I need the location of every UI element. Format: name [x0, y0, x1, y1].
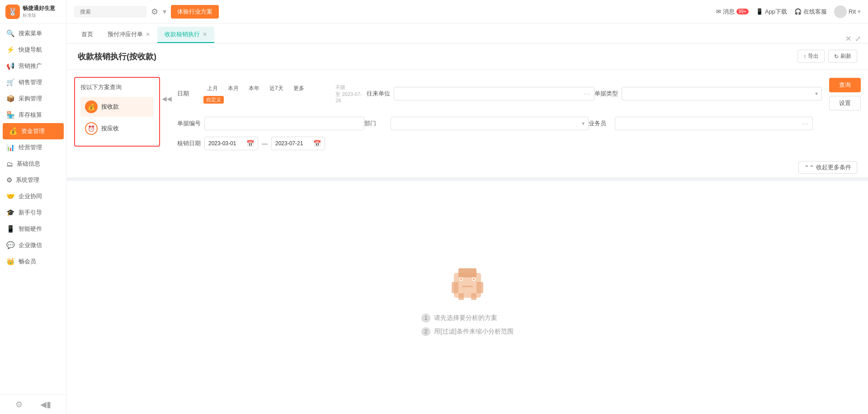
- filter-row-3: 核销日期 📅 — 📅: [177, 137, 861, 150]
- date-last-month[interactable]: 上月: [203, 84, 222, 93]
- query-button[interactable]: 查询: [829, 78, 861, 92]
- query-panel: 按以下方案查询 💰 按收款 ⏰ 按应收: [74, 77, 160, 147]
- sidebar-bottom: ⚙ ◀▮: [0, 395, 66, 414]
- gear-icon[interactable]: ⚙: [151, 7, 158, 17]
- counterpart-filter: 往来单位 ···: [367, 87, 594, 100]
- date-shortcuts: 上月 本月 本年 近7天 更多 自定义: [203, 84, 328, 104]
- query-panel-title: 按以下方案查询: [80, 83, 154, 91]
- date-this-year[interactable]: 本年: [245, 84, 263, 93]
- message-icon: ✉: [716, 8, 721, 15]
- sidebar-item-资金管理[interactable]: 💰资金管理: [3, 123, 64, 139]
- settings-icon[interactable]: ⚙: [15, 400, 23, 409]
- close-tab-receipt-icon[interactable]: ✕: [203, 31, 207, 38]
- start-date-wrapper[interactable]: 📅: [204, 137, 258, 150]
- svg-rect-9: [473, 278, 475, 280]
- docno-input[interactable]: [204, 117, 364, 130]
- close-tab-prepay-icon[interactable]: ✕: [146, 31, 150, 38]
- app-download-item[interactable]: 📱 App下载: [756, 8, 787, 16]
- tab-receipt[interactable]: 收款核销执行 ✕: [157, 27, 214, 43]
- date-range-row: 📅 — 📅: [204, 137, 325, 150]
- topbar: ⚙ ▾ 体验行业方案 ✉ 消息 99+ 📱 App下载 🎧 在线客服 Rit ▾: [67, 0, 868, 24]
- logo-icon: 🐰: [5, 5, 20, 19]
- tab-prepay[interactable]: 预付冲应付单 ✕: [100, 27, 157, 43]
- svg-rect-2: [452, 282, 458, 293]
- refresh-icon: ↻: [834, 53, 839, 60]
- svg-rect-3: [476, 282, 483, 293]
- message-item[interactable]: ✉ 消息 99+: [716, 8, 749, 16]
- sidebar-item-库存核算[interactable]: 🏪库存核算: [0, 107, 66, 123]
- export-button[interactable]: ↑ 导出: [797, 50, 825, 63]
- page-actions: ↑ 导出 ↻ 刷新: [797, 50, 857, 63]
- tabbar-actions: ✕ ⤢: [845, 34, 861, 43]
- date-more[interactable]: 更多: [290, 84, 308, 93]
- svg-rect-1: [458, 268, 476, 277]
- sidebar-item-企业微信[interactable]: 💬企业微信: [0, 237, 66, 253]
- start-calendar-icon[interactable]: 📅: [246, 140, 254, 147]
- empty-hint-2: 2 用[过滤]条件来缩小分析范围: [421, 327, 514, 336]
- close-window-icon[interactable]: ✕: [845, 34, 851, 43]
- collapse-more-area: ⌃⌃ 收起更多条件: [67, 157, 868, 177]
- salesperson-dots-icon[interactable]: ···: [802, 119, 809, 128]
- doctype-select[interactable]: ▾: [622, 87, 822, 100]
- sidebar-menu: 🔍搜索菜单⚡快捷导航📢营销推广🛒销售管理📦采购管理🏪库存核算💰资金管理📊经营管理…: [0, 24, 66, 395]
- dept-select[interactable]: ▾: [391, 117, 589, 130]
- sidebar-item-搜索菜单[interactable]: 🔍搜索菜单: [0, 25, 66, 42]
- collapse-panel-icon[interactable]: ◀◀: [162, 95, 172, 102]
- maximize-icon[interactable]: ⤢: [855, 34, 861, 43]
- sidebar-item-企业协同[interactable]: 🤝企业协同: [0, 188, 66, 205]
- doctype-filter: 单据类型 ▾: [594, 87, 822, 100]
- sidebar-item-快捷导航[interactable]: ⚡快捷导航: [0, 42, 66, 58]
- chevron-down-icon[interactable]: ▾: [163, 7, 166, 16]
- avatar: [834, 5, 847, 18]
- app-logo: 🐰 畅捷通好生意 标准版: [0, 0, 66, 24]
- svg-rect-4: [458, 293, 464, 300]
- sidebar-item-基础信息[interactable]: 🗂基础信息: [0, 156, 66, 172]
- sidebar-item-经营管理[interactable]: 📊经营管理: [0, 139, 66, 156]
- search-input[interactable]: [74, 6, 146, 17]
- filter-row-1: 日期 上月 本月 本年 近7天 更多 自定义 不限 至: [177, 77, 861, 110]
- query-option-by-receivable[interactable]: ⏰ 按应收: [80, 119, 154, 138]
- filter-row-2: 单据编号 部门 ▾ 业务员: [177, 117, 861, 130]
- sidebar-item-智能硬件[interactable]: 📱智能硬件: [0, 221, 66, 237]
- logo-text: 畅捷通好生意 标准版: [23, 5, 55, 19]
- refresh-button[interactable]: ↻ 刷新: [828, 50, 857, 63]
- phone-icon: 📱: [756, 8, 763, 15]
- date-filter: 日期 上月 本月 本年 近7天 更多 自定义 不限 至: [177, 84, 367, 104]
- topbar-left: ⚙ ▾ 体验行业方案: [74, 5, 219, 19]
- tab-home[interactable]: 首页: [74, 27, 100, 43]
- sidebar-item-销售管理[interactable]: 🛒销售管理: [0, 74, 66, 90]
- end-date-wrapper[interactable]: 📅: [271, 137, 325, 150]
- end-calendar-icon[interactable]: 📅: [313, 140, 321, 147]
- salesperson-filter: 业务员 ···: [589, 117, 813, 130]
- sidebar-item-新手引导[interactable]: 🎓新手引导: [0, 205, 66, 221]
- date-custom-tag: 自定义: [203, 96, 224, 104]
- page-title: 收款核销执行(按收款): [78, 51, 156, 62]
- filter-main-content: 按以下方案查询 💰 按收款 ⏰ 按应收 ◀◀: [67, 77, 868, 157]
- start-date-input[interactable]: [208, 140, 245, 147]
- collapse-more-button[interactable]: ⌃⌃ 收起更多条件: [798, 161, 857, 174]
- empty-hints: 1 请先选择要分析的方案 2 用[过滤]条件来缩小分析范围: [421, 314, 514, 336]
- sidebar-item-营销推广[interactable]: 📢营销推广: [0, 58, 66, 74]
- solution-button[interactable]: 体验行业方案: [171, 5, 219, 19]
- empty-illustration: [440, 259, 495, 305]
- salesperson-input[interactable]: ···: [615, 117, 813, 130]
- online-service-item[interactable]: 🎧 在线客服: [794, 8, 827, 16]
- sidebar-item-系统管理[interactable]: ⚙系统管理: [0, 172, 66, 188]
- svg-rect-10: [462, 286, 473, 287]
- collapse-sidebar-icon[interactable]: ◀▮: [40, 400, 51, 409]
- settings-button[interactable]: 设置: [829, 96, 861, 110]
- end-date-input[interactable]: [275, 140, 311, 147]
- counterpart-input[interactable]: ···: [394, 87, 594, 100]
- date-no-limit-display: 不限 至 2023-07-26: [335, 84, 367, 103]
- date-this-month[interactable]: 本月: [224, 84, 242, 93]
- dept-filter: 部门 ▾: [364, 117, 589, 130]
- date-7days[interactable]: 近7天: [266, 84, 287, 93]
- svg-rect-8: [460, 278, 462, 280]
- topbar-right: ✉ 消息 99+ 📱 App下载 🎧 在线客服 Rit ▾: [716, 5, 861, 18]
- counterpart-dots-icon[interactable]: ···: [584, 89, 590, 99]
- sidebar-item-采购管理[interactable]: 📦采购管理: [0, 90, 66, 107]
- filter-right: 日期 上月 本月 本年 近7天 更多 自定义 不限 至: [177, 77, 861, 150]
- sidebar-item-畅会员[interactable]: 👑畅会员: [0, 253, 66, 270]
- user-area[interactable]: Rit ▾: [834, 5, 861, 18]
- query-option-by-receipt[interactable]: 💰 按收款: [80, 97, 154, 117]
